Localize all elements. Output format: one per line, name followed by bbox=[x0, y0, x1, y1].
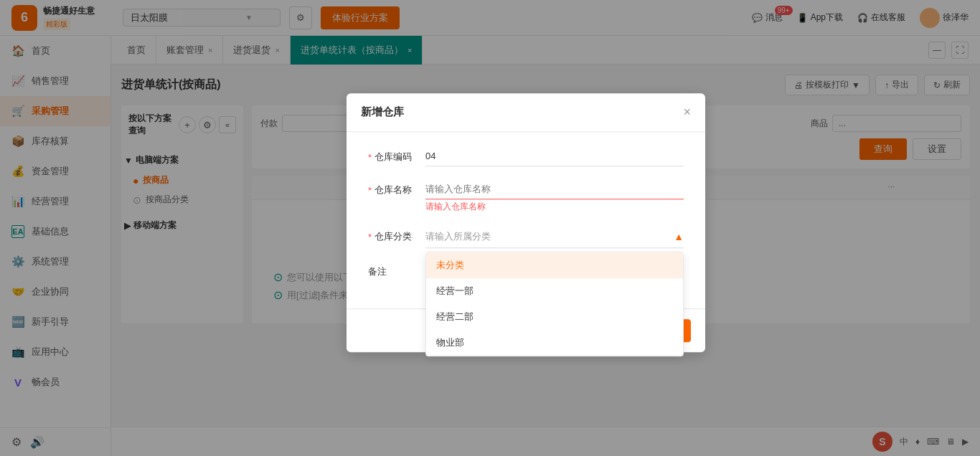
modal-body: * 仓库编码 * 仓库名称 请输入仓库名称 * 仓库分类 bbox=[347, 132, 705, 308]
new-warehouse-modal: 新增仓库 × * 仓库编码 * 仓库名称 请输入仓库名称 bbox=[347, 93, 705, 352]
form-label-category: * 仓库分类 bbox=[368, 226, 425, 243]
form-control-name: 请输入仓库名称 bbox=[425, 179, 684, 213]
modal-title: 新增仓库 bbox=[361, 105, 404, 119]
form-label-code: * 仓库编码 bbox=[368, 146, 425, 163]
dropdown-item-dept3[interactable]: 物业部 bbox=[426, 330, 683, 356]
form-control-category[interactable]: 请输入所属分类 ▲ 未分类 经营一部 经营二部 物业部 bbox=[425, 226, 684, 248]
category-arrow-icon: ▲ bbox=[674, 231, 684, 242]
dropdown-item-dept1[interactable]: 经营一部 bbox=[426, 278, 683, 304]
warehouse-category-select[interactable]: 请输入所属分类 ▲ bbox=[425, 226, 684, 248]
warehouse-code-input[interactable] bbox=[425, 146, 684, 166]
warehouse-name-input[interactable] bbox=[425, 179, 684, 199]
category-dropdown: 未分类 经营一部 经营二部 物业部 bbox=[425, 252, 684, 356]
form-row-name: * 仓库名称 请输入仓库名称 bbox=[368, 179, 684, 213]
form-row-code: * 仓库编码 bbox=[368, 146, 684, 166]
dropdown-item-uncategorized[interactable]: 未分类 bbox=[426, 252, 683, 278]
form-row-category: * 仓库分类 请输入所属分类 ▲ 未分类 经营一部 经营二部 物业部 bbox=[368, 226, 684, 248]
modal-close-button[interactable]: × bbox=[683, 105, 691, 120]
form-control-code bbox=[425, 146, 684, 166]
dropdown-item-dept2[interactable]: 经营二部 bbox=[426, 304, 683, 330]
form-label-name: * 仓库名称 bbox=[368, 179, 425, 196]
warehouse-name-error: 请输入仓库名称 bbox=[425, 201, 684, 213]
modal-header: 新增仓库 × bbox=[347, 93, 705, 132]
form-label-remark: 备注 bbox=[368, 261, 425, 278]
